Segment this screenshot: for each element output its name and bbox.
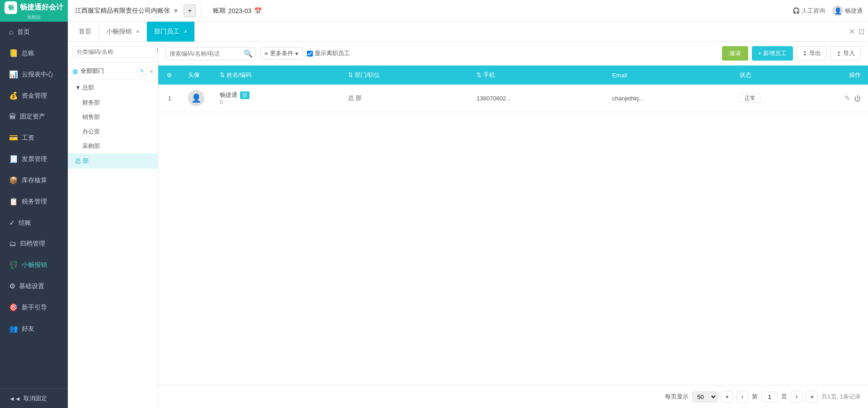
search-icon[interactable]: 🔍 <box>244 49 253 58</box>
page-suffix: 页 <box>781 393 787 401</box>
sidebar-label-assets: 固定资产 <box>20 113 45 121</box>
support-button[interactable]: 🎧 人工咨询 <box>793 7 825 15</box>
collapse-tree-icon[interactable]: « <box>150 67 153 75</box>
sidebar-item-ledger[interactable]: 📒 总账 <box>0 43 68 64</box>
search-box: 🔍 <box>165 47 256 60</box>
tabs-bar: 首页 小畅报销 × 部门员工 × ✕ ⊡ <box>68 22 868 42</box>
sidebar-item-settings[interactable]: ⚙ 基础设置 <box>0 275 68 297</box>
sidebar-item-funds[interactable]: 💰 资金管理 <box>0 85 68 106</box>
sidebar-item-salary[interactable]: 💳 工资 <box>0 127 68 148</box>
tax-icon: 📋 <box>9 197 18 206</box>
dept-hq-main[interactable]: 总 部 <box>68 153 158 169</box>
next-page-button[interactable]: › <box>791 391 802 403</box>
dept-hq[interactable]: ▼ 总部 <box>68 80 158 95</box>
col-dept-role[interactable]: ⇅ 部门/职位 <box>341 66 469 85</box>
sidebar-item-guide[interactable]: 🎯 新手引导 <box>0 297 68 318</box>
filter-button[interactable]: ≡ 更多条件 ▾ <box>260 47 302 60</box>
prev-page-button[interactable]: ‹ <box>736 391 748 403</box>
total-info: 共1页, 1条记录 <box>821 393 861 401</box>
dept-sales[interactable]: 销售部 <box>68 110 158 124</box>
sidebar-item-partners[interactable]: 👥 好友 <box>0 318 68 339</box>
dept-purchase[interactable]: 采购部 <box>68 139 158 153</box>
tab-home[interactable]: 首页 <box>71 22 99 42</box>
tabs-controls: ✕ ⊡ <box>849 27 864 36</box>
sidebar-item-assets[interactable]: 🏛 固定资产 <box>0 106 68 127</box>
last-page-button[interactable]: » <box>806 391 818 403</box>
dept-office[interactable]: 办公室 <box>68 124 158 139</box>
avatar-person-icon: 👤 <box>191 93 201 103</box>
closing-icon: ✓ <box>9 218 15 227</box>
sidebar-item-expense[interactable]: 💱 小畅报销 <box>0 254 68 275</box>
export-button[interactable]: ↧ 导出 <box>797 46 827 61</box>
page-prefix: 第 <box>752 393 758 401</box>
home-icon: ⌂ <box>9 28 14 36</box>
sidebar-item-tax[interactable]: 📋 税务管理 <box>0 191 68 212</box>
tree-all-departments[interactable]: ▦ 全部部门 ✎ « <box>68 62 158 80</box>
row-phone: 138070602... <box>469 85 605 112</box>
company-selector[interactable]: 江西服宝精品有限责任公司内账张 ▼ <box>75 7 179 15</box>
expand-icon[interactable]: ⊡ <box>859 27 864 36</box>
ledger-icon: 📒 <box>9 49 18 57</box>
sidebar-item-archive[interactable]: 🗂 归档管理 <box>0 233 68 254</box>
period-info: 账期 2023-03 📅 <box>213 7 262 15</box>
show-resigned-checkbox[interactable]: 显示离职员工 <box>307 49 350 57</box>
tab-department-close[interactable]: × <box>184 28 187 35</box>
sidebar-item-home[interactable]: ⌂ 首页 <box>0 22 68 43</box>
first-page-button[interactable]: « <box>721 391 733 403</box>
status-badge: 正常 <box>740 94 760 103</box>
calendar-icon[interactable]: 📅 <box>254 7 262 14</box>
col-name-code[interactable]: ⇅ 姓名/编码 <box>212 66 341 85</box>
tree-search-input[interactable] <box>72 46 156 57</box>
sidebar-item-inventory[interactable]: 📦 库存核算 <box>0 170 68 191</box>
settings-icon: ⚙ <box>9 282 15 290</box>
import-button[interactable]: ↥ 导入 <box>830 46 861 61</box>
logout-button[interactable]: ⏻ <box>854 95 861 102</box>
col-action: 操作 <box>814 66 868 85</box>
col-email: Email <box>605 66 732 85</box>
tab-expense-close[interactable]: × <box>136 28 139 35</box>
sidebar-item-closing[interactable]: ✓ 结账 <box>0 212 68 233</box>
logo-area: 畅 畅捷通好会计 旗舰版 <box>0 0 68 22</box>
sidebar: ⌂ 首页 📒 总账 📊 云报表中心 💰 资金管理 🏛 固定资产 💳 工资 🧾 发… <box>0 22 68 408</box>
funds-icon: 💰 <box>9 91 18 100</box>
add-account-button[interactable]: + <box>184 5 196 17</box>
search-input[interactable] <box>170 50 242 57</box>
tab-department[interactable]: 部门员工 × <box>147 22 195 42</box>
export-icon: ↧ <box>802 50 807 57</box>
page-input[interactable] <box>761 392 778 402</box>
close-window-icon[interactable]: ✕ <box>849 27 855 36</box>
tab-expense[interactable]: 小畅报销 × <box>99 22 147 42</box>
row-name-code: 畅捷通 部 0 <box>212 85 341 112</box>
dept-office-label: 办公室 <box>82 128 100 135</box>
inventory-icon: 📦 <box>9 176 18 185</box>
col-settings[interactable]: ⚙ <box>158 66 181 85</box>
invoice-icon: 🧾 <box>9 155 18 163</box>
pagination: 每页显示 50 10 20 100 « ‹ 第 页 › » 共1页, 1条记录 <box>158 385 868 408</box>
data-table: ⚙ 头像 ⇅ 姓名/编码 ⇅ 部门/职位 ⇅ 手机 Email 状态 操作 <box>158 66 868 385</box>
show-resigned-label: 显示离职员工 <box>315 49 350 57</box>
logo-sub: 旗舰版 <box>27 14 41 20</box>
dept-hq-label: ▼ 总部 <box>75 84 94 91</box>
unpin-icon: ◄◄ <box>9 395 21 402</box>
col-phone[interactable]: ⇅ 手机 <box>469 66 605 85</box>
headset-icon: 🎧 <box>793 7 800 14</box>
sidebar-label-invoice: 发票管理 <box>22 155 47 163</box>
show-resigned-input[interactable] <box>307 51 313 57</box>
per-page-select[interactable]: 50 10 20 100 <box>692 391 717 403</box>
invite-button[interactable]: 邀请 <box>722 46 748 61</box>
user-area[interactable]: 👤 畅捷通 <box>832 5 863 16</box>
user-name: 畅捷通 <box>845 7 863 15</box>
dept-finance-label: 财务部 <box>82 99 100 106</box>
edit-dept-icon[interactable]: ✎ <box>137 66 147 76</box>
reports-icon: 📊 <box>9 70 18 79</box>
row-index: 1 <box>158 85 181 112</box>
sidebar-item-invoice[interactable]: 🧾 发票管理 <box>0 148 68 170</box>
unpin-button[interactable]: ◄◄ 取消固定 <box>0 389 68 408</box>
add-employee-button[interactable]: + 新增员工 <box>752 46 793 61</box>
sidebar-item-reports[interactable]: 📊 云报表中心 <box>0 64 68 85</box>
tab-department-label: 部门员工 <box>154 28 179 36</box>
edit-button[interactable]: ✎ <box>844 94 850 102</box>
guide-icon: 🎯 <box>9 303 18 312</box>
avatar: 👤 <box>188 90 204 106</box>
dept-finance[interactable]: 财务部 <box>68 95 158 110</box>
